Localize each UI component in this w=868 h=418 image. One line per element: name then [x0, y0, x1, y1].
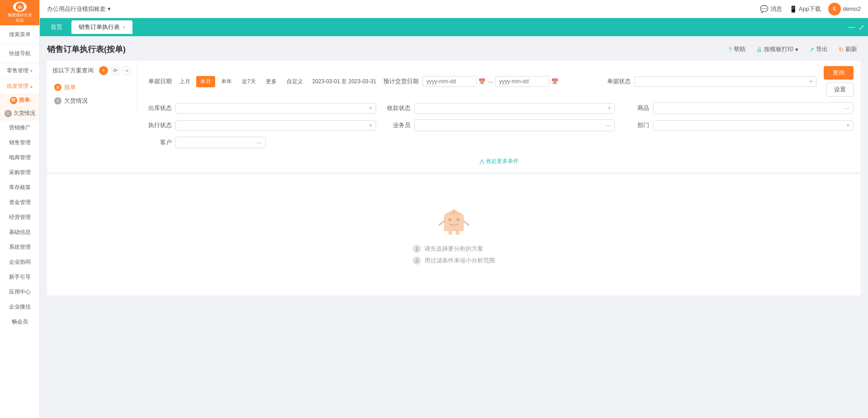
expected-date-inputs: 📅 — 📅: [422, 76, 558, 87]
doc-status-field: 单据状态 ▾: [604, 76, 816, 87]
expected-date-label: 预计交货日期: [383, 77, 419, 86]
breadcrumb-chevron-icon: ▾: [108, 5, 111, 12]
message-icon: 💬: [760, 5, 769, 13]
expected-date-end-input[interactable]: [495, 76, 549, 87]
date-btn-this-year[interactable]: 本年: [217, 76, 236, 87]
exec-status-field: 执行状态 ▾: [145, 120, 376, 131]
exec-status-label: 执行状态: [145, 121, 172, 129]
sidebar: 畅 畅捷通好生意 标版 搜索菜单 快捷导航 零售管理 ▾ 批发管理 ▴ 按 按单…: [0, 0, 40, 418]
sidebar-item-retail[interactable]: 零售管理 ▾: [0, 63, 39, 78]
topbar-left: 办公用品行业模拟账套 ▾: [47, 5, 111, 13]
sidebar-wholesale-submenu: 按 按单 欠 欠货情况: [0, 94, 39, 120]
doc-status-select[interactable]: ▾: [634, 76, 816, 87]
sidebar-item-marketing[interactable]: 营销推广: [0, 120, 39, 135]
date-range-text: 2023-03-01 至 2023-03-31: [312, 78, 376, 86]
sidebar-item-sales[interactable]: 销售管理: [0, 135, 39, 150]
receipt-status-field: 收款状态 ▾: [383, 103, 615, 114]
collapse-button[interactable]: ⋀ 收起更多条件: [480, 157, 519, 165]
expected-date-start-input[interactable]: [422, 76, 476, 87]
empty-state-steps: 1 请先选择要分析的方案 2 用过滤条件来缩小分析范围: [413, 245, 495, 268]
customer-ellipsis-icon[interactable]: ···: [256, 139, 262, 146]
sidebar-item-purchase-label: 采购管理: [9, 169, 31, 176]
refresh-button[interactable]: ↻ 刷新: [835, 43, 861, 55]
tab-sales-order[interactable]: 销售订单执行表 ×: [71, 20, 132, 34]
sidebar-item-enterprise[interactable]: 企业协同: [0, 255, 39, 270]
sidebar-subitem-order-label: 按单: [19, 96, 30, 104]
warehouse-status-label: 出库状态: [145, 104, 172, 112]
add-scheme-button[interactable]: +: [99, 66, 108, 75]
sidebar-item-system[interactable]: 系统管理: [0, 240, 39, 255]
page: 销售订单执行表(按单) ? 帮助 🖨 按模板打印 ▾ ↗ 导出: [40, 36, 868, 303]
date-range-display: 2023-03-01 至 2023-03-31: [312, 78, 376, 86]
date-btn-last-month[interactable]: 上月: [175, 76, 194, 87]
collapse-scheme-button[interactable]: «: [123, 66, 132, 75]
app-download-button[interactable]: 📱 App下载: [789, 5, 821, 13]
department-select[interactable]: ▾: [653, 120, 854, 131]
date-btn-custom[interactable]: 自定义: [283, 76, 307, 87]
reset-button[interactable]: 设置: [826, 82, 854, 97]
sidebar-item-newbie-label: 新手引导: [9, 273, 31, 281]
sidebar-item-wechat[interactable]: 企业微信: [0, 299, 39, 314]
debt-icon: 欠: [5, 110, 12, 117]
sidebar-item-inventory[interactable]: 库存核算: [0, 180, 39, 195]
filter-collapse-section: ⋀ 收起更多条件: [145, 154, 854, 167]
filter-scheme-actions: + ⟳ «: [99, 66, 132, 75]
sidebar-quick-nav-label[interactable]: 快捷导航: [0, 48, 39, 59]
product-ellipsis-icon[interactable]: ···: [844, 104, 849, 112]
sidebar-item-member[interactable]: 畅会员: [0, 314, 39, 329]
help-button[interactable]: ? 帮助: [725, 43, 749, 55]
sidebar-item-purchase[interactable]: 采购管理: [0, 165, 39, 180]
product-input-wrapper: ···: [653, 102, 854, 114]
customer-field: 客户 ···: [145, 137, 266, 148]
print-icon: 🖨: [756, 46, 762, 53]
filter-row-1: 单据日期 上月 本月 本年 近7天 更多 自定义: [145, 66, 854, 97]
print-button[interactable]: 🖨 按模板打印 ▾: [753, 43, 802, 55]
sidebar-item-operations[interactable]: 经营管理: [0, 210, 39, 225]
tab-minimize-icon[interactable]: —: [848, 23, 855, 31]
date-buttons-group: 上月 本月 本年 近7天 更多 自定义: [175, 76, 307, 87]
date-btn-more[interactable]: 更多: [262, 76, 281, 87]
svg-rect-5: [457, 218, 459, 221]
sidebar-item-ecommerce[interactable]: 电商管理: [0, 150, 39, 165]
date-btn-this-month[interactable]: 本月: [196, 76, 215, 87]
help-label: 帮助: [734, 45, 745, 53]
sidebar-item-appstore[interactable]: 应用中心: [0, 285, 39, 299]
tab-close-icon[interactable]: ×: [123, 24, 125, 30]
print-label: 按模板打印: [764, 45, 793, 53]
date-btn-7days[interactable]: 近7天: [238, 76, 260, 87]
sidebar-logo[interactable]: 畅 畅捷通好生意 标版: [0, 0, 39, 25]
order-icon: 按: [10, 97, 17, 104]
collapse-up-icon: ⋀: [480, 158, 484, 165]
sidebar-item-newbie[interactable]: 新手引导: [0, 270, 39, 285]
breadcrumb-dropdown[interactable]: 办公用品行业模拟账套 ▾: [47, 5, 111, 13]
receipt-status-select[interactable]: ▾: [414, 103, 615, 114]
sidebar-item-finance[interactable]: 资金管理: [0, 195, 39, 210]
search-button[interactable]: 查询: [824, 66, 854, 80]
salesperson-ellipsis-icon[interactable]: ···: [605, 122, 611, 129]
svg-rect-4: [448, 218, 451, 221]
tab-home-label: 首页: [51, 23, 62, 31]
sidebar-subitem-order[interactable]: 按 按单: [0, 94, 39, 107]
sidebar-search-section: 搜索菜单: [0, 25, 39, 44]
user-menu[interactable]: E demo2: [828, 3, 861, 15]
department-field: 部门 ▾: [622, 120, 854, 131]
sidebar-item-basic-label: 基础信息: [9, 228, 31, 236]
tab-maximize-icon[interactable]: ⤢: [859, 23, 864, 32]
filter-scheme-panel: 按以下方案查询 + ⟳ « 按 按单: [47, 61, 137, 113]
calendar-start-icon[interactable]: 📅: [478, 78, 486, 85]
scheme-item-order[interactable]: 按 按单: [52, 81, 132, 94]
sidebar-item-wholesale[interactable]: 批发管理 ▴: [0, 79, 39, 94]
sidebar-item-basic[interactable]: 基础信息: [0, 225, 39, 240]
sidebar-search-label[interactable]: 搜索菜单: [5, 29, 35, 40]
tab-home[interactable]: 首页: [43, 20, 70, 34]
scheme-item-debt[interactable]: 欠 欠货情况: [52, 94, 132, 108]
logo-text: 畅捷通好生意: [8, 13, 32, 18]
refresh-scheme-button[interactable]: ⟳: [111, 66, 120, 75]
message-button[interactable]: 💬 消息: [760, 5, 782, 13]
sidebar-item-ecommerce-label: 电商管理: [9, 154, 31, 162]
export-button[interactable]: ↗ 导出: [806, 43, 831, 55]
calendar-end-icon[interactable]: 📅: [551, 78, 558, 85]
warehouse-status-select[interactable]: ▾: [175, 103, 376, 114]
exec-status-select[interactable]: ▾: [175, 120, 376, 131]
sidebar-subitem-debt[interactable]: 欠 欠货情况: [0, 107, 39, 120]
